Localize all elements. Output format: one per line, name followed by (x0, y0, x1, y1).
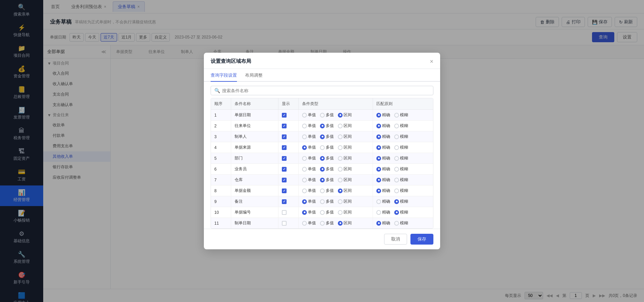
type-radio-multi-6[interactable]: 多值 (320, 177, 334, 183)
type-radio-multi-2[interactable]: 多值 (320, 134, 334, 140)
search-input[interactable] (222, 88, 430, 93)
checkbox-3[interactable]: ✓ (282, 145, 287, 150)
row-name-2: 制单人 (231, 131, 278, 142)
row-show-7[interactable]: ✓ (278, 185, 299, 196)
radio-circle-range-4 (338, 156, 343, 161)
checkbox-10[interactable] (282, 221, 287, 226)
match-circle-fuzzy-2 (394, 134, 399, 139)
type-radio-multi-5[interactable]: 多值 (320, 166, 334, 172)
checkbox-7[interactable]: ✓ (282, 188, 287, 193)
checkbox-5[interactable]: ✓ (282, 167, 287, 172)
row-name-10: 制单日期 (231, 218, 278, 228)
type-radio-range-6[interactable]: 区间 (338, 177, 352, 183)
match-radio-exact-3[interactable]: 精确 (376, 145, 390, 150)
match-radio-fuzzy-1[interactable]: 模糊 (394, 123, 408, 129)
row-show-5[interactable]: ✓ (278, 164, 299, 174)
type-radio-range-1[interactable]: 区间 (338, 123, 352, 129)
type-radio-range-0[interactable]: 区间 (338, 112, 352, 118)
type-radio-single-5[interactable]: 单值 (302, 166, 316, 172)
type-radio-range-8[interactable]: 区间 (338, 199, 352, 204)
type-radio-range-9[interactable]: 区间 (338, 209, 352, 215)
checkbox-2[interactable]: ✓ (282, 134, 287, 139)
radio-circle-range-7 (338, 188, 343, 193)
type-radio-range-10[interactable]: 区间 (338, 220, 352, 226)
match-radio-fuzzy-7[interactable]: 模糊 (394, 188, 408, 194)
radio-circle-multi-10 (320, 221, 325, 226)
radio-circle-single-1 (302, 124, 307, 128)
checkbox-0[interactable]: ✓ (282, 113, 287, 118)
dialog-save-button[interactable]: 保存 (410, 234, 433, 245)
checkbox-4[interactable]: ✓ (282, 156, 287, 161)
type-radio-range-5[interactable]: 区间 (338, 166, 352, 172)
dialog-close-button[interactable]: × (430, 58, 433, 65)
row-show-9[interactable] (278, 207, 299, 218)
checkbox-6[interactable]: ✓ (282, 178, 287, 182)
row-order-3: 4 (211, 142, 231, 153)
type-radio-single-2[interactable]: 单值 (302, 134, 316, 140)
type-radio-single-3[interactable]: 单值 (302, 145, 316, 150)
type-radio-range-4[interactable]: 区间 (338, 155, 352, 161)
checkbox-8[interactable]: ✓ (282, 199, 287, 204)
row-show-3[interactable]: ✓ (278, 142, 299, 153)
row-show-0[interactable]: ✓ (278, 110, 299, 120)
modal-overlay[interactable]: 设置查询区域布局 × 查询字段设置布局调整 🔍 顺序条件名称显示条件类型匹配原则… (0, 0, 644, 302)
checkbox-9[interactable] (282, 210, 287, 215)
match-radio-fuzzy-4[interactable]: 模糊 (394, 155, 408, 161)
match-radio-exact-10[interactable]: 精确 (376, 220, 390, 226)
checkbox-1[interactable]: ✓ (282, 124, 287, 128)
match-radio-fuzzy-10[interactable]: 模糊 (394, 220, 408, 226)
type-radio-single-8[interactable]: 单值 (302, 199, 316, 204)
match-radio-fuzzy-9[interactable]: 模糊 (394, 209, 408, 215)
row-show-6[interactable]: ✓ (278, 175, 299, 185)
match-radio-exact-8[interactable]: 精确 (376, 199, 390, 204)
match-circle-exact-9 (376, 210, 381, 215)
match-radio-fuzzy-5[interactable]: 模糊 (394, 166, 408, 172)
match-radio-fuzzy-0[interactable]: 模糊 (394, 112, 408, 118)
type-radio-multi-4[interactable]: 多值 (320, 155, 334, 161)
type-radio-single-4[interactable]: 单值 (302, 155, 316, 161)
type-radio-single-6[interactable]: 单值 (302, 177, 316, 183)
match-radio-exact-9[interactable]: 精确 (376, 209, 390, 215)
row-show-8[interactable]: ✓ (278, 196, 299, 207)
row-match-3: 精确模糊 (373, 142, 433, 153)
type-radio-single-9[interactable]: 单值 (302, 209, 316, 215)
type-radio-single-1[interactable]: 单值 (302, 123, 316, 129)
match-radio-exact-2[interactable]: 精确 (376, 134, 390, 140)
match-radio-exact-1[interactable]: 精确 (376, 123, 390, 129)
row-type-9: 单值多值区间 (299, 207, 373, 218)
type-radio-range-7[interactable]: 区间 (338, 188, 352, 194)
match-radio-exact-5[interactable]: 精确 (376, 166, 390, 172)
row-show-4[interactable]: ✓ (278, 153, 299, 163)
type-radio-multi-0[interactable]: 多值 (320, 112, 334, 118)
type-radio-range-3[interactable]: 区间 (338, 145, 352, 150)
type-radio-single-10[interactable]: 单值 (302, 220, 316, 226)
dialog-tab-fields[interactable]: 查询字段设置 (211, 69, 237, 82)
row-show-10[interactable] (278, 218, 299, 228)
type-radio-multi-3[interactable]: 多值 (320, 145, 334, 150)
type-radio-range-2[interactable]: 区间 (338, 134, 352, 140)
match-circle-exact-8 (376, 199, 381, 204)
dialog-tab-layout[interactable]: 布局调整 (245, 69, 263, 82)
type-radio-multi-1[interactable]: 多值 (320, 123, 334, 129)
dialog-title: 设置查询区域布局 (211, 58, 251, 65)
type-radio-single-7[interactable]: 单值 (302, 188, 316, 194)
type-radio-multi-10[interactable]: 多值 (320, 220, 334, 226)
type-radio-multi-7[interactable]: 多值 (320, 188, 334, 194)
row-type-6: 单值多值区间 (299, 175, 373, 185)
row-show-1[interactable]: ✓ (278, 121, 299, 131)
dialog-tabs: 查询字段设置布局调整 (204, 69, 440, 82)
match-radio-fuzzy-3[interactable]: 模糊 (394, 145, 408, 150)
row-show-2[interactable]: ✓ (278, 131, 299, 142)
match-radio-exact-0[interactable]: 精确 (376, 112, 390, 118)
match-radio-exact-7[interactable]: 精确 (376, 188, 390, 194)
match-radio-fuzzy-6[interactable]: 模糊 (394, 177, 408, 183)
type-radio-multi-8[interactable]: 多值 (320, 199, 334, 204)
match-radio-fuzzy-8[interactable]: 模糊 (394, 199, 408, 204)
cancel-button[interactable]: 取消 (384, 234, 407, 245)
match-radio-fuzzy-2[interactable]: 模糊 (394, 134, 408, 140)
type-radio-single-0[interactable]: 单值 (302, 112, 316, 118)
match-radio-exact-4[interactable]: 精确 (376, 155, 390, 161)
type-radio-multi-9[interactable]: 多值 (320, 209, 334, 215)
match-radio-exact-6[interactable]: 精确 (376, 177, 390, 183)
row-type-0: 单值多值区间 (299, 110, 373, 120)
